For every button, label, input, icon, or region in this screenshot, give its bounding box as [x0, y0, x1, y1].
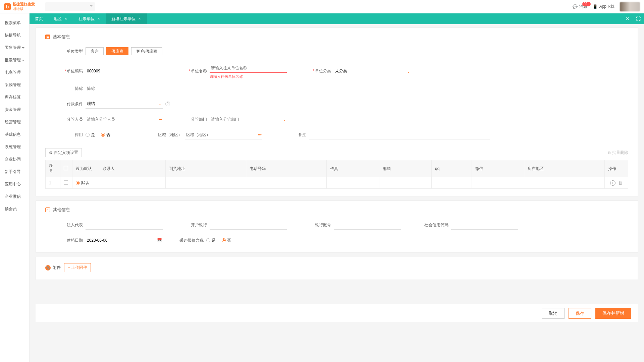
- calendar-icon[interactable]: 📅: [157, 238, 162, 243]
- disable-label: 停用: [59, 132, 86, 138]
- pay-condition-select[interactable]: [86, 99, 163, 109]
- user-avatar[interactable]: [620, 2, 640, 11]
- copy-icon: ⧉: [608, 150, 611, 155]
- section-title-other: 其他信息: [53, 207, 70, 213]
- close-icon[interactable]: ×: [64, 17, 68, 21]
- more-icon[interactable]: •••: [159, 117, 162, 122]
- table-header: 操作: [605, 160, 628, 177]
- manager-label: 分管人员: [59, 117, 86, 122]
- unit-name-label: 单位名称: [191, 69, 207, 73]
- sidebar-item[interactable]: 基础信息: [0, 128, 29, 141]
- messages-button[interactable]: 💬 消息 99+: [573, 4, 587, 9]
- disable-yes-radio[interactable]: 是: [86, 132, 95, 138]
- close-icon[interactable]: ×: [138, 17, 142, 21]
- cancel-button[interactable]: 取消: [542, 308, 565, 319]
- batch-delete-button[interactable]: ⧉ 批量删除: [608, 150, 628, 156]
- row-default-radio[interactable]: 默认: [76, 180, 89, 186]
- unit-type-option[interactable]: 客户: [86, 47, 104, 55]
- create-date-label: 建档日期: [59, 238, 86, 243]
- sidebar-item[interactable]: 新手引导: [0, 166, 29, 178]
- row-index: 1: [46, 177, 60, 189]
- upload-attachment-button[interactable]: + 上传附件: [64, 263, 91, 272]
- region-input[interactable]: [185, 130, 262, 139]
- remark-label: 备注: [282, 132, 309, 138]
- sidebar-item[interactable]: 企业协同: [0, 153, 29, 166]
- unit-category-label: 单位分类: [315, 69, 331, 73]
- sidebar-item[interactable]: 批发管理: [0, 54, 29, 66]
- app-download-button[interactable]: 📱 App下载: [593, 4, 614, 9]
- tab[interactable]: 新增往来单位×: [106, 13, 147, 24]
- sidebar-item[interactable]: 畅会员: [0, 203, 29, 215]
- more-icon[interactable]: •••: [258, 132, 261, 137]
- cell-phone[interactable]: [246, 177, 327, 189]
- attachment-card: 📎 附件 + 上传附件: [36, 257, 638, 280]
- dept-select[interactable]: [210, 115, 287, 124]
- sidebar-item[interactable]: 采购管理: [0, 79, 29, 91]
- header-checkbox[interactable]: [64, 166, 68, 170]
- fullscreen-icon[interactable]: ⛶: [635, 16, 641, 22]
- unit-name-input[interactable]: [210, 63, 287, 73]
- logo-icon: b: [4, 3, 11, 10]
- delete-row-button[interactable]: 🗑: [618, 180, 623, 186]
- cell-qq[interactable]: [432, 177, 472, 189]
- message-icon: 💬: [573, 4, 578, 9]
- credit-code-input[interactable]: [451, 220, 518, 230]
- custom-settings-button[interactable]: ⚙ 自定义项设置: [45, 148, 82, 157]
- unit-type-option[interactable]: 客户/供应商: [131, 47, 162, 55]
- unit-type-option[interactable]: 供应商: [106, 47, 128, 55]
- bank-label: 开户银行: [183, 222, 210, 228]
- unit-category-select[interactable]: [334, 67, 411, 76]
- tax-no-radio[interactable]: 否: [222, 238, 231, 243]
- remark-input[interactable]: [309, 130, 490, 139]
- credit-code-label: 社会信用代码: [421, 222, 451, 228]
- chevron-down-icon: [22, 47, 24, 50]
- save-and-new-button[interactable]: 保存并新增: [595, 308, 631, 319]
- close-panel-icon[interactable]: ✕: [625, 16, 631, 22]
- row-checkbox[interactable]: [64, 180, 68, 185]
- disable-no-radio[interactable]: 否: [101, 132, 110, 138]
- sidebar-item[interactable]: 搜索菜单: [0, 17, 29, 29]
- brand-name: 畅捷通好生意: [13, 2, 35, 7]
- legal-rep-input[interactable]: [86, 220, 163, 230]
- sidebar-item[interactable]: 电商管理: [0, 66, 29, 79]
- tax-label: 采购报价含税: [173, 238, 206, 243]
- cell-wechat[interactable]: [472, 177, 524, 189]
- bank-account-input[interactable]: [334, 220, 401, 230]
- alias-input[interactable]: [86, 84, 163, 93]
- save-button[interactable]: 保存: [569, 308, 591, 319]
- bank-input[interactable]: [210, 220, 287, 230]
- sidebar-item[interactable]: 资金管理: [0, 104, 29, 116]
- unit-name-error: 请输入往来单位名称: [210, 74, 287, 79]
- attachment-icon: 📎: [45, 265, 51, 270]
- section-title-basic: 基本信息: [53, 34, 70, 40]
- cell-region[interactable]: [524, 177, 605, 189]
- tab[interactable]: 首页: [30, 13, 48, 24]
- add-row-button[interactable]: +: [610, 180, 615, 186]
- sidebar-item[interactable]: 系统管理: [0, 141, 29, 153]
- company-selector[interactable]: [45, 2, 95, 11]
- manager-input[interactable]: [86, 115, 163, 124]
- cell-contact[interactable]: [99, 177, 166, 189]
- unit-type-segments: 客户供应商客户/供应商: [86, 47, 162, 55]
- sidebar: 搜索菜单快捷导航零售管理批发管理电商管理采购管理库存核算资金管理经营管理基础信息…: [0, 13, 30, 362]
- cell-email[interactable]: [379, 177, 431, 189]
- tab[interactable]: 往来单位×: [73, 13, 106, 24]
- sidebar-item[interactable]: 库存核算: [0, 91, 29, 104]
- cell-address[interactable]: [166, 177, 246, 189]
- sidebar-item[interactable]: 快捷导航: [0, 29, 29, 42]
- help-icon[interactable]: ?: [165, 102, 170, 106]
- brand-edition: 标准版: [13, 7, 35, 11]
- cell-fax[interactable]: [327, 177, 379, 189]
- tab[interactable]: 地区×: [48, 13, 73, 24]
- sidebar-item[interactable]: 零售管理: [0, 42, 29, 54]
- close-icon[interactable]: ×: [97, 17, 101, 21]
- chevron-down-icon: ⌄: [407, 69, 410, 74]
- create-date-input[interactable]: [86, 236, 163, 245]
- sidebar-item[interactable]: 经营管理: [0, 116, 29, 128]
- phone-icon: 📱: [593, 4, 598, 9]
- tax-yes-radio[interactable]: 是: [206, 238, 216, 243]
- gear-icon: ⚙: [49, 150, 53, 155]
- sidebar-item[interactable]: 企业微信: [0, 190, 29, 203]
- sidebar-item[interactable]: 应用中心: [0, 178, 29, 190]
- unit-code-input[interactable]: [86, 67, 163, 76]
